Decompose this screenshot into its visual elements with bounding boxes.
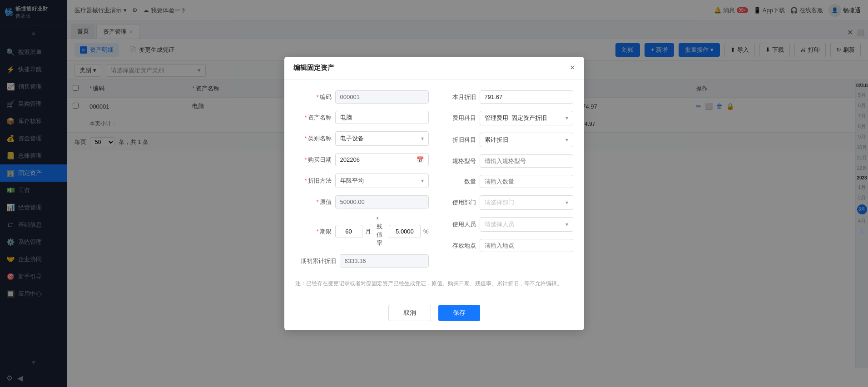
residual-rate-label: *残值率 bbox=[377, 216, 383, 247]
form-left-col: *编码 *资产名称 *类别名称 电子设备 ▾ bbox=[295, 90, 429, 275]
expense-account-select[interactable]: 管理费用_固定资产折旧 ▾ bbox=[480, 111, 573, 125]
category-select-chevron: ▾ bbox=[421, 135, 424, 142]
depreciation-account-select[interactable]: 累计折旧 ▾ bbox=[480, 133, 573, 147]
modal-title: 编辑固定资产 bbox=[293, 64, 334, 72]
depreciation-account-chevron: ▾ bbox=[565, 137, 568, 143]
depreciation-method-select[interactable]: 年限平均 ▾ bbox=[335, 174, 429, 188]
form-row-location: 存放地点 bbox=[440, 239, 573, 252]
residual-rate-input[interactable] bbox=[389, 225, 421, 238]
form-row-asset-name: *资产名称 bbox=[295, 111, 429, 124]
form-row-department: 使用部门 请选择部门 ▾ bbox=[440, 195, 573, 210]
form-row-spec: 规格型号 bbox=[440, 154, 573, 168]
calendar-icon: 📅 bbox=[417, 156, 424, 163]
modal-body: *编码 *资产名称 *类别名称 电子设备 ▾ bbox=[284, 79, 584, 297]
asset-name-input[interactable] bbox=[335, 111, 429, 124]
spec-input[interactable] bbox=[480, 154, 573, 168]
form-grid: *编码 *资产名称 *类别名称 电子设备 ▾ bbox=[295, 90, 573, 275]
purchase-date-input[interactable]: 202206 📅 bbox=[335, 153, 429, 166]
depreciation-method-chevron: ▾ bbox=[421, 178, 424, 184]
form-row-original-value: *原值 bbox=[295, 195, 429, 208]
modal-footer: 取消 保存 bbox=[284, 298, 584, 330]
original-value-input[interactable] bbox=[335, 195, 429, 208]
department-select[interactable]: 请选择部门 ▾ bbox=[480, 195, 573, 210]
monthly-depreciation-input[interactable] bbox=[480, 90, 573, 104]
period-row: 月 *残值率 % bbox=[335, 216, 429, 247]
form-row-code: *编码 bbox=[295, 90, 429, 104]
form-row-quantity: 数量 bbox=[440, 175, 573, 188]
opening-depreciation-input[interactable] bbox=[340, 254, 429, 268]
cancel-button[interactable]: 取消 bbox=[388, 305, 431, 321]
modal-header: 编辑固定资产 × bbox=[284, 57, 584, 79]
location-input[interactable] bbox=[480, 239, 573, 252]
code-input[interactable] bbox=[335, 90, 429, 104]
expense-account-chevron: ▾ bbox=[565, 115, 568, 121]
form-row-category: *类别名称 电子设备 ▾ bbox=[295, 131, 429, 146]
save-button[interactable]: 保存 bbox=[438, 305, 480, 321]
user-select[interactable]: 请选择人员 ▾ bbox=[480, 217, 573, 232]
form-right-col: 本月折旧 费用科目 管理费用_固定资产折旧 ▾ 折旧科目 bbox=[440, 90, 573, 275]
form-row-depreciation-account: 折旧科目 累计折旧 ▾ bbox=[440, 133, 573, 147]
period-input[interactable] bbox=[335, 225, 362, 238]
form-note: 注：已经存在变更记录或者对应固定资产已经生成凭证，原值、购买日期、残值率、累计折… bbox=[295, 275, 573, 290]
modal-overlay: 编辑固定资产 × *编码 *资产名称 bbox=[0, 0, 868, 387]
form-row-user: 使用人员 请选择人员 ▾ bbox=[440, 217, 573, 232]
form-row-purchase-date: *购买日期 202206 📅 bbox=[295, 153, 429, 166]
form-row-monthly-depreciation: 本月折旧 bbox=[440, 90, 573, 104]
form-row-expense-account: 费用科目 管理费用_固定资产折旧 ▾ bbox=[440, 111, 573, 125]
department-chevron: ▾ bbox=[565, 199, 568, 206]
category-select[interactable]: 电子设备 ▾ bbox=[335, 131, 429, 146]
quantity-input[interactable] bbox=[480, 175, 573, 188]
edit-modal: 编辑固定资产 × *编码 *资产名称 bbox=[284, 57, 584, 330]
form-row-depreciation-method: *折旧方法 年限平均 ▾ bbox=[295, 174, 429, 188]
form-row-opening-depreciation: 期初累计折旧 bbox=[295, 254, 429, 268]
form-row-period: *期限 月 *残值率 % bbox=[295, 216, 429, 247]
user-chevron: ▾ bbox=[565, 221, 568, 228]
modal-close-icon[interactable]: × bbox=[570, 63, 575, 73]
